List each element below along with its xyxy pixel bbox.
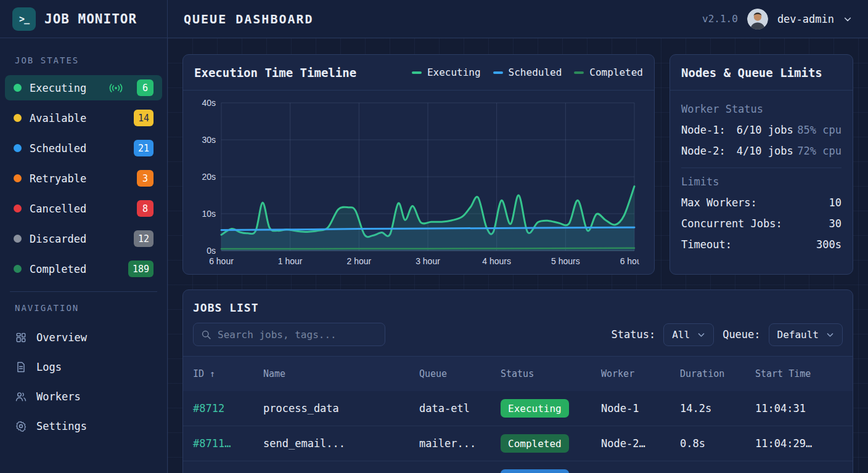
series-area-scheduled <box>221 227 634 251</box>
chevron-down-icon <box>826 331 834 339</box>
filter-select-status[interactable]: All <box>663 323 714 346</box>
state-label: Retryable <box>30 172 86 185</box>
navigation-list: Overview Logs Workers Settings <box>5 323 162 441</box>
job-duration: 14.2s <box>680 402 755 414</box>
jobs-list-title: JOBS LIST <box>183 290 853 314</box>
x-tick-label: 4 hours <box>482 256 511 266</box>
sidebar-item-overview[interactable]: Overview <box>5 323 162 352</box>
column-header[interactable]: Name <box>263 368 419 379</box>
state-label: Available <box>30 112 86 124</box>
timeline-chart: 0s10s20s30s40s6 hour1 hour2 hour3 hour4 … <box>192 97 639 270</box>
table-row[interactable]: #8710 process_data mailer Scheduled Node… <box>183 461 853 473</box>
x-tick-label: 5 hours <box>551 256 580 266</box>
sidebar-item-workers[interactable]: Workers <box>5 382 162 411</box>
filter-label: Status: <box>612 328 656 341</box>
column-header[interactable]: Queue <box>419 368 501 379</box>
job-id-link[interactable]: #8711… <box>193 437 263 450</box>
workers-list: Node-1: 6/10 jobs 85% cpu Node-2: 4/10 j… <box>681 124 841 157</box>
job-queue: data-etl <box>419 402 501 414</box>
nodes-card: Nodes & Queue Limits Worker Status Node-… <box>669 54 853 275</box>
job-id-link[interactable]: #8712 <box>193 402 263 414</box>
state-count-badge: 8 <box>137 200 154 217</box>
limit-value: 300s <box>816 238 841 251</box>
x-tick-label: 6 hours <box>620 256 639 266</box>
worker-status-label: Worker Status <box>681 103 841 115</box>
terminal-icon: >_ <box>12 7 36 31</box>
status-cell: Completed <box>501 434 601 453</box>
state-dot-icon <box>14 235 22 243</box>
sidebar-state-executing[interactable]: Executing 6 <box>5 75 162 100</box>
avatar[interactable] <box>747 9 768 30</box>
jobs-card: JOBS LIST Status: All Queue: Default <box>182 289 853 473</box>
state-label: Completed <box>30 263 86 275</box>
nodes-title: Nodes & Queue Limits <box>681 66 822 79</box>
table-header-row: ID ↑NameQueueStatusWorkerDurationStart T… <box>183 357 853 391</box>
legend-swatch <box>412 71 422 74</box>
x-tick-label: 2 hour <box>346 256 371 266</box>
job-duration: 0.8s <box>680 437 755 450</box>
state-label: Discarded <box>30 233 86 245</box>
worker-status-row: Node-2: 4/10 jobs 72% cpu <box>681 145 841 157</box>
sidebar-state-retryable[interactable]: Retryable 3 <box>5 166 162 191</box>
sidebar-state-cancelled[interactable]: Cancelled 8 <box>5 196 162 221</box>
column-header[interactable]: Status <box>501 368 601 379</box>
state-count-badge: 21 <box>134 140 154 156</box>
job-worker: Node-2… <box>601 437 680 450</box>
worker-jobs: 4/10 jobs <box>737 145 793 157</box>
state-label: Executing <box>30 82 86 94</box>
topbar-right: v2.1.0 dev-admin <box>702 9 852 30</box>
timeline-card: Execution Time Timeline ExecutingSchedul… <box>182 54 655 275</box>
state-count-badge: 189 <box>128 261 154 277</box>
filter-group: Status: All <box>612 323 714 346</box>
chevron-down-icon <box>697 331 705 339</box>
legend-swatch <box>493 71 503 74</box>
column-header[interactable]: Start Time <box>755 368 853 379</box>
status-cell: Executing <box>501 399 601 418</box>
limit-label: Timeout: <box>681 238 732 251</box>
search-icon <box>201 329 211 340</box>
main-content: Execution Time Timeline ExecutingSchedul… <box>168 38 868 473</box>
x-tick-label: 3 hour <box>416 256 440 266</box>
job-start-time: 11:04:29… <box>755 437 853 450</box>
y-tick-label: 10s <box>202 209 216 219</box>
status-cell: Scheduled <box>501 469 601 473</box>
sidebar-state-completed[interactable]: Completed 189 <box>5 256 162 281</box>
state-dot-icon <box>14 204 22 212</box>
worker-name: Node-2: <box>681 145 726 157</box>
column-header[interactable]: Duration <box>680 368 755 379</box>
user-name[interactable]: dev-admin <box>777 13 834 25</box>
x-tick-label: 1 hour <box>278 256 303 266</box>
legend-swatch <box>574 71 584 74</box>
app-title: JOB MONITOR <box>44 12 137 26</box>
sidebar-state-available[interactable]: Available 14 <box>5 105 162 131</box>
live-broadcast-icon <box>108 83 123 94</box>
sidebar-state-scheduled[interactable]: Scheduled 21 <box>5 135 162 161</box>
sidebar-item-settings[interactable]: Settings <box>5 411 162 441</box>
column-header[interactable]: ID ↑ <box>193 368 263 379</box>
filter-select-queue[interactable]: Default <box>769 323 843 346</box>
version-label: v2.1.0 <box>702 13 738 25</box>
sidebar-item-logs[interactable]: Logs <box>5 352 162 382</box>
nav-label: Logs <box>36 361 62 373</box>
chevron-down-icon[interactable] <box>843 15 852 23</box>
filter-label: Queue: <box>723 328 760 341</box>
filter-selected-value: All <box>672 329 690 341</box>
state-count-badge: 6 <box>137 79 154 96</box>
search-box[interactable] <box>193 323 385 346</box>
table-row[interactable]: #8712 process_data data-etl Executing No… <box>183 391 853 426</box>
limit-label: Concurrent Jobs: <box>681 217 782 230</box>
search-input[interactable] <box>218 329 377 341</box>
legend-item-executing: Executing <box>412 67 481 78</box>
column-header[interactable]: Worker <box>601 368 680 379</box>
table-row[interactable]: #8711… send_email... mailer... Completed… <box>183 426 853 461</box>
sidebar: JOB STATES Executing 6 Available 14 Sche… <box>0 38 168 473</box>
app-window: >_ JOB MONITOR QUEUE DASHBOARD v2.1.0 de… <box>0 0 868 473</box>
y-tick-label: 40s <box>202 98 216 108</box>
limit-value: 10 <box>829 196 841 209</box>
chart-legend: ExecutingScheduledCompleted <box>412 67 643 78</box>
jobs-controls: Status: All Queue: Default <box>183 314 853 357</box>
sidebar-state-discarded[interactable]: Discarded 12 <box>5 226 162 251</box>
legend-item-completed: Completed <box>574 67 643 78</box>
filters: Status: All Queue: Default <box>612 323 843 346</box>
state-label: Cancelled <box>30 203 86 215</box>
